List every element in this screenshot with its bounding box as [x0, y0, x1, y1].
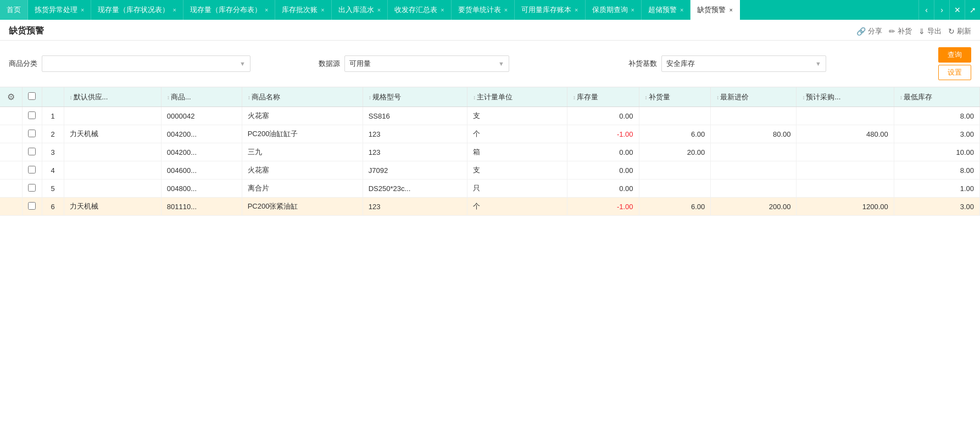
tab-item-1[interactable]: 拣货异常处理×	[28, 0, 91, 20]
col-spec: ↕规格型号	[363, 87, 467, 107]
tab-item-6[interactable]: 收发存汇总表×	[388, 0, 451, 20]
row-checkbox[interactable]	[28, 111, 36, 119]
cell-settings	[0, 161, 22, 180]
tab-item-0[interactable]: 首页	[0, 0, 28, 20]
tab-item-8[interactable]: 可用量库存账本×	[515, 0, 585, 20]
cell-check	[22, 107, 42, 125]
tab-label: 现存量（库存状况表）	[98, 5, 169, 15]
tab-close-icon[interactable]: ×	[377, 7, 381, 13]
category-filter-group: 商品分类 ▼	[9, 55, 308, 72]
tab-item-11[interactable]: 缺货预警×	[691, 0, 739, 20]
share-icon: 🔗	[856, 27, 866, 36]
tab-close-window-button[interactable]: ✕	[949, 0, 965, 20]
cell-num: 2	[42, 125, 64, 143]
category-label: 商品分类	[9, 59, 37, 69]
tab-item-9[interactable]: 保质期查询×	[586, 0, 642, 20]
cell-min-stock: 3.00	[894, 198, 979, 216]
cell-supplier: 力天机械	[64, 198, 161, 216]
row-checkbox[interactable]	[28, 202, 36, 210]
cell-latest-price: 200.00	[711, 198, 797, 216]
tab-close-icon[interactable]: ×	[265, 7, 268, 13]
row-checkbox[interactable]	[28, 130, 36, 137]
supplement-base-filter-group: 补货基数 安全库存 ▼	[628, 55, 927, 72]
query-button[interactable]: 查询	[938, 47, 971, 63]
cell-product-name: 离合片	[242, 180, 363, 198]
filter-actions: 查询 设置	[938, 47, 971, 80]
tab-item-5[interactable]: 出入库流水×	[332, 0, 388, 20]
tab-close-icon[interactable]: ×	[504, 7, 508, 13]
cell-settings	[0, 125, 22, 143]
cell-product-code: 801110...	[161, 198, 242, 216]
row-checkbox[interactable]	[28, 184, 36, 192]
cell-spec: J7092	[363, 161, 467, 180]
cell-num: 6	[42, 198, 64, 216]
tab-close-icon[interactable]: ×	[729, 7, 732, 13]
category-select[interactable]: ▼	[42, 55, 250, 72]
tab-item-3[interactable]: 现存量（库存分布表）×	[183, 0, 275, 20]
tab-item-10[interactable]: 超储预警×	[642, 0, 691, 20]
supplement-base-label: 补货基数	[628, 59, 657, 69]
gear-icon[interactable]: ⚙	[7, 92, 15, 102]
tab-label: 拣货异常处理	[35, 5, 77, 15]
cell-estimated-purchase: 480.00	[797, 125, 894, 143]
tab-next-button[interactable]: ›	[934, 0, 949, 20]
cell-supplement: 6.00	[639, 198, 711, 216]
filter-bar: 商品分类 ▼ 数据源 可用量 ▼ 补货基数 安全库存 ▼ 查询 设置	[0, 41, 980, 87]
col-settings: ⚙	[0, 87, 22, 107]
tab-item-2[interactable]: 现存量（库存状况表）×	[91, 0, 183, 20]
export-button[interactable]: ⇓ 导出	[918, 26, 942, 36]
cell-product-name: 三九	[242, 143, 363, 161]
cell-product-code: 0000042	[161, 107, 242, 125]
cell-settings	[0, 143, 22, 161]
supplement-button[interactable]: ✏ 补货	[889, 26, 912, 36]
tab-item-7[interactable]: 要货单统计表×	[452, 0, 515, 20]
cell-estimated-purchase: 1200.00	[797, 198, 894, 216]
refresh-button[interactable]: ↻ 刷新	[948, 26, 971, 36]
tab-close-icon[interactable]: ×	[81, 7, 84, 13]
tab-close-icon[interactable]: ×	[172, 7, 176, 13]
row-checkbox[interactable]	[28, 148, 36, 155]
cell-supplement	[639, 161, 711, 180]
col-estimated-purchase: ↕预计采购...	[797, 87, 894, 107]
tab-close-icon[interactable]: ×	[441, 7, 444, 13]
datasource-select[interactable]: 可用量 ▼	[344, 55, 509, 72]
tab-close-icon[interactable]: ×	[631, 7, 634, 13]
cell-product-code: 004600...	[161, 161, 242, 180]
tab-fullscreen-button[interactable]: ➚	[965, 0, 980, 20]
col-supplement: ↕补货量	[639, 87, 711, 107]
supplement-base-select[interactable]: 安全库存 ▼	[661, 55, 826, 72]
share-button[interactable]: 🔗 分享	[856, 26, 882, 36]
table-row: 1 0000042 火花塞 SS816 支 0.00 8.00	[0, 107, 980, 125]
tab-item-4[interactable]: 库存批次账×	[275, 0, 331, 20]
tab-close-icon[interactable]: ×	[575, 7, 578, 13]
row-checkbox[interactable]	[28, 166, 36, 173]
supplement-base-arrow: ▼	[815, 60, 821, 67]
page-title: 缺货预警	[9, 25, 44, 37]
cell-supplier	[64, 161, 161, 180]
cell-num: 4	[42, 161, 64, 180]
cell-spec: 123	[363, 125, 467, 143]
col-unit: ↕主计量单位	[467, 87, 567, 107]
tab-label: 收发存汇总表	[394, 5, 437, 15]
tab-label: 保质期查询	[592, 5, 628, 15]
tab-prev-button[interactable]: ‹	[918, 0, 934, 20]
settings-button[interactable]: 设置	[938, 65, 971, 80]
tab-label: 首页	[7, 5, 21, 15]
cell-num: 3	[42, 143, 64, 161]
tab-close-icon[interactable]: ×	[680, 7, 683, 13]
cell-supplier	[64, 180, 161, 198]
select-all-checkbox[interactable]	[28, 92, 36, 100]
cell-unit: 箱	[467, 143, 567, 161]
cell-estimated-purchase	[797, 107, 894, 125]
col-num	[42, 87, 64, 107]
cell-unit: 支	[467, 107, 567, 125]
col-product-name: ↕商品名称	[242, 87, 363, 107]
tab-close-icon[interactable]: ×	[321, 7, 324, 13]
cell-unit: 个	[467, 125, 567, 143]
tab-label: 可用量库存账本	[521, 5, 571, 15]
cell-settings	[0, 180, 22, 198]
table-container: ⚙ ↕默认供应... ↕商品... ↕商品名称 ↕规格型号 ↕主计量单位 ↕库存…	[0, 87, 980, 437]
cell-supplement	[639, 107, 711, 125]
cell-product-code: 004800...	[161, 180, 242, 198]
cell-stock: 0.00	[567, 161, 639, 180]
